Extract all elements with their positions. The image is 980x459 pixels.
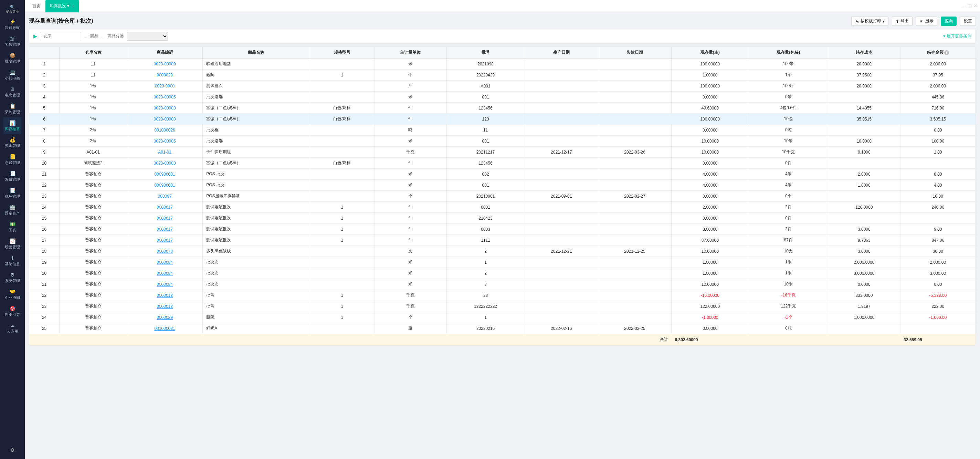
table-cell-4 — [310, 257, 374, 268]
sidebar-item-采购管理[interactable]: 📋采购管理 — [3, 100, 21, 118]
settings-button[interactable]: 设置 — [960, 16, 976, 26]
sidebar-item-新手引导[interactable]: 🎯新手引导 — [3, 303, 21, 320]
sidebar-item-快速导航[interactable]: ⚡快速导航 — [3, 16, 21, 33]
table-cell-9[interactable]: 3.00000 — [671, 224, 749, 235]
table-cell-9[interactable]: 0.00000 — [671, 213, 749, 224]
table-cell-9[interactable]: 0.00000 — [671, 158, 749, 169]
export-button[interactable]: ⬆ 导出 — [892, 16, 913, 26]
table-cell-9[interactable]: 122.00000 — [671, 301, 749, 312]
table-cell-2[interactable]: 0000017 — [127, 202, 203, 213]
settings-icon[interactable]: ⚙ — [8, 445, 18, 456]
table-cell-2[interactable]: 0000017 — [127, 213, 203, 224]
category-select[interactable] — [127, 32, 168, 41]
sidebar-item-批发管理[interactable]: 📦批发管理 — [3, 50, 21, 67]
sidebar-item-基础信息[interactable]: ℹ基础信息 — [3, 252, 21, 269]
table-cell-9[interactable]: 87.00000 — [671, 235, 749, 246]
sidebar-item-固定资产[interactable]: 🏢固定资产 — [3, 202, 21, 219]
sidebar-search[interactable]: 🔍 搜索菜单 — [5, 3, 19, 16]
table-cell-2[interactable]: 0000017 — [127, 235, 203, 246]
warehouse-input[interactable] — [40, 32, 81, 40]
table-cell-2[interactable]: 0023-00009 — [127, 59, 203, 70]
table-cell-9[interactable]: 0.00000 — [671, 191, 749, 202]
filter-arrow[interactable]: ▶ — [33, 33, 37, 39]
table-cell-2[interactable]: 000900001 — [127, 180, 203, 191]
window-minimize[interactable]: ─ — [961, 2, 966, 10]
sidebar-item-发票管理[interactable]: 🧾发票管理 — [3, 168, 21, 185]
table-cell-9[interactable]: 2.00000 — [671, 202, 749, 213]
table-cell-5: 件 — [374, 235, 447, 246]
sidebar-item-工资[interactable]: 💵工资 — [3, 219, 21, 236]
table-cell-9[interactable]: 0.00000 — [671, 323, 749, 334]
category-label: 商品分类 — [107, 33, 124, 39]
table-cell-9[interactable]: 1.00000 — [671, 70, 749, 81]
table-cell-2[interactable]: 0000029 — [127, 312, 203, 323]
table-cell-9[interactable]: 100.00000 — [671, 81, 749, 92]
table-cell-10: 1米 — [749, 268, 828, 279]
sidebar-item-总账管理[interactable]: 📒总账管理 — [3, 151, 21, 168]
print-button[interactable]: 🖨 按模板打印 ▾ — [851, 16, 888, 26]
table-row: 9A01-01A01-01子件保质期组千克202112172021-12-172… — [29, 147, 975, 158]
table-cell-9[interactable]: 49.60000 — [671, 103, 749, 114]
table-cell-3: 批次次 — [203, 279, 310, 290]
table-cell-2[interactable]: 000900001 — [127, 169, 203, 180]
table-cell-9[interactable]: 4.00000 — [671, 180, 749, 191]
table-cell-9[interactable]: 10.00000 — [671, 246, 749, 257]
table-cell-9[interactable]: 10.00000 — [671, 135, 749, 147]
table-cell-9[interactable]: 10.00000 — [671, 147, 749, 158]
window-close[interactable]: × — [974, 2, 977, 10]
table-cell-4: 白色/奶棒 — [310, 158, 374, 169]
table-cell-2[interactable]: 0023-00005 — [127, 135, 203, 147]
table-cell-9[interactable]: 1.00000 — [671, 268, 749, 279]
table-cell-6: 20220429 — [447, 70, 525, 81]
table-cell-9[interactable]: -1.00000 — [671, 312, 749, 323]
table-cell-9[interactable]: -16.00000 — [671, 290, 749, 301]
table-cell-9[interactable]: 100.00000 — [671, 114, 749, 125]
table-cell-2[interactable]: 0000017 — [127, 224, 203, 235]
query-button[interactable]: 查询 — [941, 16, 956, 26]
table-cell-2[interactable]: 001000031 — [127, 323, 203, 334]
table-cell-2[interactable]: 000097 — [127, 191, 203, 202]
sidebar-item-企业协同[interactable]: 🤝企业协同 — [3, 286, 21, 303]
table-cell-2[interactable]: A01-01 — [127, 147, 203, 158]
table-cell-2[interactable]: 0000078 — [127, 246, 203, 257]
table-cell-9[interactable]: 0.00000 — [671, 92, 749, 103]
table-cell-10: 122千克 — [749, 301, 828, 312]
table-cell-9[interactable]: 1.00000 — [671, 257, 749, 268]
table-cell-2[interactable]: 0000012 — [127, 290, 203, 301]
table-cell-2[interactable]: 0023-00008 — [127, 114, 203, 125]
table-cell-2[interactable]: 0000084 — [127, 257, 203, 268]
table-row: 17晋客粕仓0000017测试电笔批次1件111187.0000087件9.73… — [29, 235, 975, 246]
sidebar-item-系统管理[interactable]: ⚙系统管理 — [3, 269, 21, 286]
sidebar-item-电商管理[interactable]: 🖥电商管理 — [3, 84, 21, 100]
table-cell-2[interactable]: 0000012 — [127, 301, 203, 312]
table-cell-11 — [828, 92, 900, 103]
table-cell-2[interactable]: 0000084 — [127, 268, 203, 279]
table-cell-2[interactable]: 0000084 — [127, 279, 203, 290]
table-cell-9[interactable]: 0.00000 — [671, 125, 749, 135]
sidebar-item-零售管理[interactable]: 🛒零售管理 — [3, 33, 21, 50]
sidebar-item-资金管理[interactable]: 💰资金管理 — [3, 134, 21, 151]
table-cell-9[interactable]: 100.00000 — [671, 59, 749, 70]
table-cell-2[interactable]: 0000029 — [127, 70, 203, 81]
table-cell-2[interactable]: 0023-0000 — [127, 81, 203, 92]
table-cell-6: 20211217 — [447, 147, 525, 158]
table-cell-2[interactable]: 0023-00008 — [127, 158, 203, 169]
table-cell-2[interactable]: 0023-00008 — [127, 103, 203, 114]
table-row: 51号0023-00008富诚（白色/奶棒）白色/奶棒件12345649.600… — [29, 103, 975, 114]
expand-button[interactable]: ▾ 展开更多条件 — [943, 33, 971, 39]
sidebar-item-税务管理[interactable]: 📑税务管理 — [3, 185, 21, 202]
sidebar-item-小额电商[interactable]: 💻小额电商 — [3, 67, 21, 84]
table-cell-9[interactable]: 10.00000 — [671, 279, 749, 290]
tab-active[interactable]: 库存批次▼ × — [45, 0, 79, 13]
table-cell-9[interactable]: 4.00000 — [671, 169, 749, 180]
window-maximize[interactable]: □ — [968, 2, 972, 10]
help-icon[interactable]: ? — [944, 50, 949, 55]
table-cell-2[interactable]: 001000026 — [127, 125, 203, 135]
sidebar-item-库存核算[interactable]: 📊库存核算 — [3, 118, 21, 134]
tab-home[interactable]: 首页 — [27, 0, 45, 13]
sidebar-item-经营管理[interactable]: 📈经营管理 — [3, 236, 21, 252]
display-button[interactable]: 👁 显示 — [916, 16, 937, 26]
table-cell-2[interactable]: 0023-00005 — [127, 92, 203, 103]
tab-close-button[interactable]: × — [72, 4, 75, 9]
sidebar-item-云应用[interactable]: ☁云应用 — [3, 320, 21, 337]
